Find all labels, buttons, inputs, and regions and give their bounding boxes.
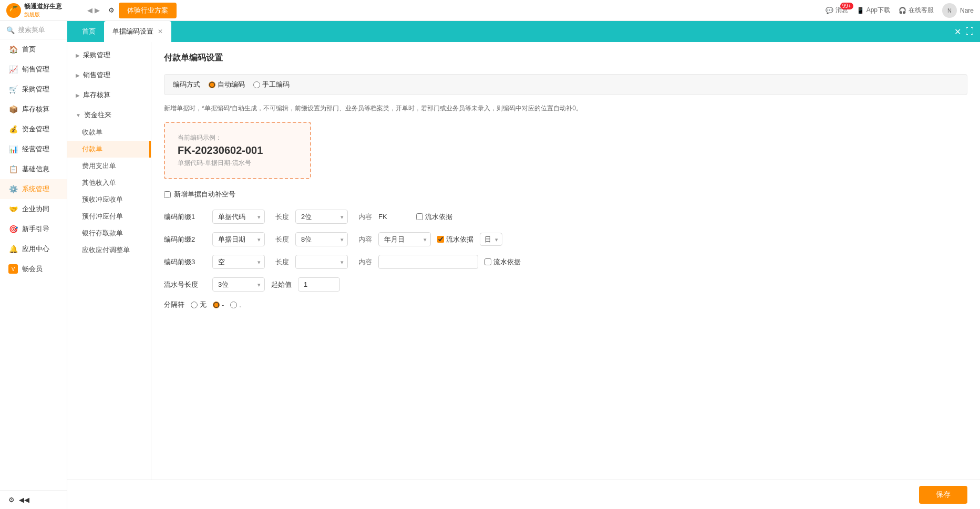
sep-dash-option[interactable]: - bbox=[213, 301, 224, 309]
start-value-input[interactable] bbox=[298, 277, 340, 292]
settings-icon-top[interactable]: ⚙ bbox=[108, 6, 115, 14]
prefix2-day-select[interactable]: 日 月 年 bbox=[480, 233, 502, 246]
sidebar-item-member[interactable]: V 畅会员 bbox=[0, 259, 67, 279]
finance-icon: 💰 bbox=[8, 124, 18, 134]
prefix3-row: 编码前缀3 空 单据代码 单据日期 部门 业务员 长度 内容 bbox=[164, 255, 967, 269]
sidebar-item-appcenter[interactable]: 🔔 应用中心 bbox=[0, 239, 67, 259]
tab-close-all-icon[interactable]: ✕ bbox=[954, 27, 961, 37]
sub-nav-item-receipt[interactable]: 收款单 bbox=[67, 124, 151, 141]
sidebar-collapse-icon[interactable]: ◀◀ bbox=[19, 496, 29, 504]
prefix2-label: 编码前缀2 bbox=[164, 235, 206, 244]
sidebar-item-inventory[interactable]: 📦 库存核算 bbox=[0, 99, 67, 119]
prefix2-content-select[interactable]: 年月日 年月 年 bbox=[378, 232, 431, 246]
auto-code-radio[interactable] bbox=[209, 81, 215, 88]
manual-code-radio[interactable] bbox=[253, 81, 260, 88]
prefix1-select[interactable]: 单据代码 单据日期 部门 业务员 空 bbox=[212, 210, 265, 224]
sub-nav-item-pre-payment[interactable]: 预付冲应付单 bbox=[67, 208, 151, 225]
prefix1-serial-checkbox[interactable]: 流水依据 bbox=[416, 212, 452, 222]
sub-nav-group-capital: ▼ 资金往来 收款单 付款单 费用支出单 其他收入单 预收冲应收单 预付冲应付单… bbox=[67, 106, 151, 258]
sidebar-item-management[interactable]: 📊 经营管理 bbox=[0, 139, 67, 159]
prefix3-select[interactable]: 空 单据代码 单据日期 部门 业务员 bbox=[212, 255, 265, 269]
sub-nav-item-payment[interactable]: 付款单 bbox=[67, 141, 151, 158]
auto-code-option[interactable]: 自动编码 bbox=[209, 80, 245, 89]
sidebar-item-purchase[interactable]: 🛒 采购管理 bbox=[0, 79, 67, 99]
service-icon: 🎧 bbox=[899, 7, 906, 14]
prefix3-length-select-wrapper bbox=[295, 255, 348, 269]
tab-expand-icon[interactable]: ⛶ bbox=[965, 27, 974, 37]
coding-method-label: 编码方式 bbox=[173, 80, 200, 89]
prefix3-label: 编码前缀3 bbox=[164, 257, 206, 267]
user-avatar[interactable]: N Nare bbox=[942, 3, 974, 18]
arrow-sales: ▶ bbox=[76, 72, 80, 78]
sub-nav-group-title-purchase[interactable]: ▶ 采购管理 bbox=[67, 46, 151, 64]
inventory-icon: 📦 bbox=[8, 105, 18, 114]
sidebar-bottom: ⚙ ◀◀ bbox=[0, 490, 67, 509]
prefix3-length-label: 长度 bbox=[275, 257, 289, 267]
sep-dot-option[interactable]: . bbox=[230, 301, 241, 309]
save-button[interactable]: 保存 bbox=[919, 486, 967, 504]
bottom-bar: 保存 bbox=[67, 480, 980, 509]
sidebar-settings-icon[interactable]: ⚙ bbox=[8, 496, 15, 504]
prefix2-select[interactable]: 单据日期 单据代码 部门 业务员 空 bbox=[212, 232, 265, 246]
prefix2-serial-input[interactable] bbox=[437, 236, 444, 243]
sep-none-option[interactable]: 无 bbox=[191, 300, 207, 309]
home-icon: 🏠 bbox=[8, 45, 18, 54]
basic-icon: 📋 bbox=[8, 164, 18, 174]
code-preview-label: 当前编码示例： bbox=[178, 133, 297, 142]
app-download-button[interactable]: 📱 App下载 bbox=[857, 6, 890, 15]
sub-nav-group-title-inventory[interactable]: ▶ 库存核算 bbox=[67, 86, 151, 104]
tab-close-icon[interactable]: ✕ bbox=[158, 28, 163, 35]
sep-dash-radio[interactable] bbox=[213, 302, 220, 308]
prefix2-length-select[interactable]: 8位 6位 4位 bbox=[295, 232, 348, 246]
page-content: 付款单编码设置 编码方式 自动编码 手工编码 新增单据时，*单据编码*自动生成，… bbox=[151, 42, 980, 480]
sub-nav-item-other-income[interactable]: 其他收入单 bbox=[67, 174, 151, 191]
prefix2-serial-checkbox[interactable]: 流水依据 bbox=[437, 235, 473, 244]
auto-fill-checkbox[interactable] bbox=[164, 191, 171, 198]
sidebar-item-home[interactable]: 🏠 首页 bbox=[0, 39, 67, 59]
sep-none-radio[interactable] bbox=[191, 302, 198, 308]
logo-text: 畅通道好生意 旗舰版 bbox=[24, 2, 62, 18]
top-bar: 🍊 畅通道好生意 旗舰版 ◀ ▶ ⚙ 体验行业方案 💬 消息 99+ 📱 App… bbox=[0, 0, 980, 21]
prefix1-content-value: FK bbox=[378, 213, 410, 221]
auto-fill-row: 新增单据自动补空号 bbox=[164, 190, 967, 199]
sub-nav-item-pre-receipt[interactable]: 预收冲应收单 bbox=[67, 191, 151, 208]
sidebar-item-basic[interactable]: 📋 基础信息 bbox=[0, 159, 67, 179]
sidebar-search[interactable]: 🔍 搜索菜单 bbox=[0, 21, 67, 39]
sidebar-item-guide[interactable]: 🎯 新手引导 bbox=[0, 219, 67, 239]
prefix3-length-select[interactable] bbox=[295, 255, 348, 269]
messages-button[interactable]: 💬 消息 99+ bbox=[826, 6, 848, 15]
nav-forward-icon[interactable]: ▶ bbox=[95, 6, 100, 14]
serial-length-select[interactable]: 3位 4位 5位 6位 bbox=[212, 277, 265, 292]
sub-nav-item-bank[interactable]: 银行存取款单 bbox=[67, 225, 151, 242]
management-icon: 📊 bbox=[8, 144, 18, 154]
arrow-capital: ▼ bbox=[76, 112, 81, 118]
nav-back-icon[interactable]: ◀ bbox=[87, 6, 92, 14]
prefix2-content-select-wrapper: 年月日 年月 年 bbox=[378, 232, 431, 246]
tab-home[interactable]: 首页 bbox=[74, 21, 104, 42]
sub-nav: ▶ 采购管理 ▶ 销售管理 ▶ 库存核算 ▼ 资金往来 bbox=[67, 42, 151, 480]
sub-nav-item-adjust[interactable]: 应收应付调整单 bbox=[67, 242, 151, 258]
sub-nav-item-expense[interactable]: 费用支出单 bbox=[67, 158, 151, 174]
prefix3-serial-input[interactable] bbox=[484, 258, 491, 265]
tab-code-settings[interactable]: 单据编码设置 ✕ bbox=[104, 21, 171, 42]
sidebar-item-sales[interactable]: 📈 销售管理 bbox=[0, 59, 67, 79]
sub-nav-group-title-sales[interactable]: ▶ 销售管理 bbox=[67, 66, 151, 84]
manual-code-option[interactable]: 手工编码 bbox=[253, 80, 290, 89]
prefix1-content-label: 内容 bbox=[358, 212, 372, 222]
sidebar-item-enterprise[interactable]: 🤝 企业协同 bbox=[0, 199, 67, 219]
main-container: 首页 单据编码设置 ✕ ✕ ⛶ ▶ 采购管理 ▶ 销售管理 bbox=[67, 0, 980, 509]
prefix3-serial-checkbox[interactable]: 流水依据 bbox=[484, 257, 521, 267]
nav-arrows[interactable]: ◀ ▶ bbox=[87, 6, 100, 14]
sidebar-item-system[interactable]: ⚙️ 系统管理 bbox=[0, 179, 67, 199]
prefix2-day-select-wrapper: 日 月 年 bbox=[480, 233, 502, 246]
prefix1-length-select[interactable]: 2位 4位 6位 bbox=[295, 210, 348, 224]
system-icon: ⚙️ bbox=[8, 184, 18, 194]
sidebar-item-finance[interactable]: 💰 资金管理 bbox=[0, 119, 67, 139]
prefix1-length-select-wrapper: 2位 4位 6位 bbox=[295, 210, 348, 224]
experience-button[interactable]: 体验行业方案 bbox=[119, 3, 177, 18]
sep-dot-radio[interactable] bbox=[230, 302, 237, 308]
online-service-button[interactable]: 🎧 在线客服 bbox=[899, 6, 934, 15]
prefix1-serial-input[interactable] bbox=[416, 213, 423, 220]
sub-nav-group-title-capital[interactable]: ▼ 资金往来 bbox=[67, 106, 151, 124]
prefix3-content-input[interactable] bbox=[378, 255, 478, 269]
